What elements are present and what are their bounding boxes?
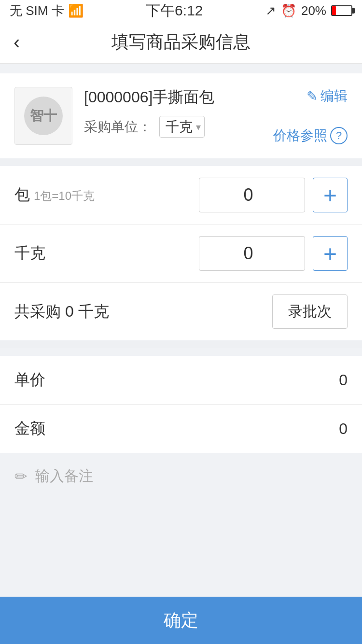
notes-placeholder: 输入备注 [35,466,93,486]
section-divider-2 [0,340,362,348]
edit-label: 编辑 [320,87,348,105]
sim-status: 无 SIM 卡 [10,2,64,19]
amount-value: 0 [339,420,348,438]
status-bar: 无 SIM 卡 📶 下午6:12 ↗ ⏰ 20% [0,0,362,21]
bao-input-wrapper: + [104,178,348,212]
bao-sublabel: 1包=10千克 [34,189,95,202]
kg-input[interactable] [199,236,305,271]
wifi-icon: 📶 [68,3,84,18]
unit-select-wrapper[interactable]: 千克 克 包 [159,116,205,138]
edit-icon: ✎ [306,88,318,104]
input-section: 包1包=10千克 + 千克 + 共采购 0 千克 录批次 [0,166,362,340]
summary-row: 共采购 0 千克 录批次 [0,283,362,340]
unit-select[interactable]: 千克 克 包 [159,116,205,138]
back-button[interactable]: ‹ [14,31,20,53]
unit-price-row: 单价 0 [0,356,362,405]
summary-unit: 千克 [78,303,109,320]
unit-price-label: 单价 [14,369,45,391]
batch-button[interactable]: 录批次 [272,294,348,329]
kg-input-row: 千克 + [0,224,362,283]
section-divider-1 [0,158,362,166]
notes-section[interactable]: ✏ 输入备注 [0,453,362,500]
product-image: 智十 [14,87,72,145]
question-icon: ? [330,127,348,144]
unit-label: 采购单位： [84,118,152,136]
product-title: 手撕面包 [153,88,214,106]
bottom-spacer [0,500,362,547]
product-code: [0000006] [84,88,153,106]
price-ref-label: 价格参照 [273,126,327,145]
edit-button[interactable]: ✎ 编辑 [306,87,348,105]
battery-icon [331,5,352,16]
bao-label: 包1包=10千克 [14,184,95,206]
page-title: 填写商品采购信息 [111,30,251,54]
nav-bar: ‹ 填写商品采购信息 [0,21,362,64]
amount-row: 金额 0 [0,405,362,453]
pencil-icon: ✏ [14,467,28,486]
location-icon: ↗ [265,3,276,18]
bao-input-row: 包1包=10千克 + [0,166,362,224]
status-bar-time: 下午6:12 [146,1,203,21]
status-bar-left: 无 SIM 卡 📶 [10,2,84,19]
summary-text: 共采购 0 千克 [14,301,109,322]
bao-plus-button[interactable]: + [313,178,348,212]
summary-prefix: 共采购 [14,303,61,320]
kg-label: 千克 [14,243,72,264]
unit-price-value: 0 [339,371,348,389]
kg-plus-button[interactable]: + [313,236,348,271]
bao-input[interactable] [199,178,305,212]
confirm-label: 确定 [164,609,198,632]
alarm-icon: ⏰ [281,3,296,18]
kg-input-wrapper: + [82,236,348,271]
price-ref-button[interactable]: 价格参照 ? [273,126,348,145]
amount-label: 金额 [14,418,45,439]
price-section: 单价 0 金额 0 [0,356,362,453]
product-card: 智十 [0000006]手撕面包 采购单位： 千克 克 包 ✎ 编辑 价格参照 … [0,73,362,158]
confirm-button[interactable]: 确定 [0,597,362,644]
product-logo: 智十 [24,97,63,135]
battery-percentage: 20% [301,3,326,18]
status-bar-right: ↗ ⏰ 20% [265,3,352,18]
summary-value: 0 [65,303,74,320]
